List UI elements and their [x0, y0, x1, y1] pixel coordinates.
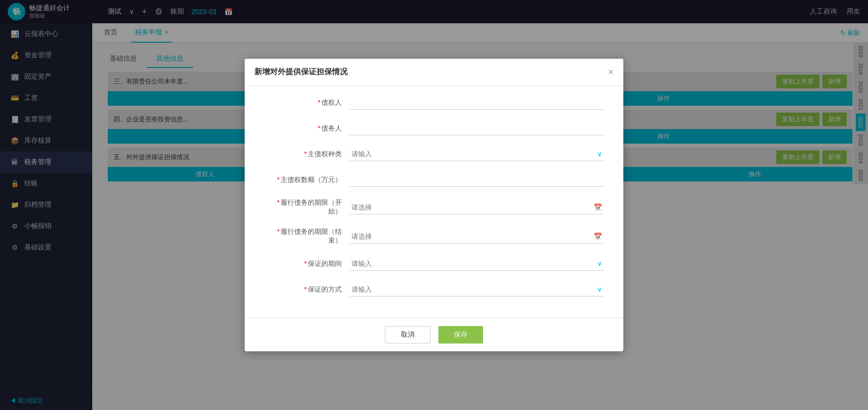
label-period-start: *履行债务的期限（开始） [264, 198, 342, 216]
modal-header: 新增对外提供保证担保情况 × [245, 59, 623, 86]
select-guarantee-period[interactable]: ∨ [350, 257, 604, 271]
modal-title: 新增对外提供保证担保情况 [254, 67, 348, 77]
form-row-claim-amount: *主债权数额（万元） [264, 173, 604, 187]
input-debtor[interactable] [350, 121, 604, 135]
form-row-period-end: *履行债务的期限（结束） 📅 [264, 228, 604, 245]
modal-close-button[interactable]: × [608, 66, 614, 78]
modal-dialog: 新增对外提供保证担保情况 × *债权人 *债务人 *主债权种类 [245, 59, 623, 351]
input-claim-type[interactable] [351, 150, 597, 158]
label-creditor: *债权人 [264, 98, 342, 107]
form-row-creditor: *债权人 [264, 96, 604, 110]
modal-overlay: 新增对外提供保证担保情况 × *债权人 *债务人 *主债权种类 [0, 0, 868, 410]
input-period-end[interactable] [351, 232, 594, 240]
claim-type-chevron-icon: ∨ [597, 150, 602, 158]
cancel-button[interactable]: 取消 [385, 326, 431, 344]
label-claim-type: *主债权种类 [264, 150, 342, 159]
label-period-end: *履行债务的期限（结束） [264, 228, 342, 245]
guarantee-period-chevron-icon: ∨ [597, 260, 602, 267]
select-claim-type[interactable]: ∨ [350, 147, 604, 161]
modal-body: *债权人 *债务人 *主债权种类 ∨ [245, 86, 623, 318]
form-row-period-start: *履行债务的期限（开始） 📅 [264, 198, 604, 216]
form-row-claim-type: *主债权种类 ∨ [264, 147, 604, 161]
label-debtor: *债务人 [264, 124, 342, 133]
input-guarantee-period[interactable] [351, 260, 597, 267]
label-guarantee-method: *保证的方式 [264, 285, 342, 294]
guarantee-method-chevron-icon: ∨ [597, 285, 602, 293]
label-claim-amount: *主债权数额（万元） [264, 176, 342, 184]
label-guarantee-period: *保证的期间 [264, 260, 342, 268]
date-period-end[interactable]: 📅 [350, 230, 604, 244]
save-button[interactable]: 保存 [438, 326, 483, 344]
form-row-debtor: *债务人 [264, 121, 604, 135]
form-row-guarantee-method: *保证的方式 ∨ [264, 282, 604, 296]
input-claim-amount[interactable] [350, 173, 604, 187]
modal-footer: 取消 保存 [245, 318, 623, 351]
period-start-calendar-icon: 📅 [594, 203, 602, 211]
input-creditor[interactable] [350, 96, 604, 110]
input-guarantee-method[interactable] [351, 285, 597, 293]
date-period-start[interactable]: 📅 [350, 200, 604, 214]
select-guarantee-method[interactable]: ∨ [350, 282, 604, 296]
input-period-start[interactable] [351, 203, 594, 211]
form-row-guarantee-period: *保证的期间 ∨ [264, 257, 604, 271]
period-end-calendar-icon: 📅 [594, 232, 602, 240]
